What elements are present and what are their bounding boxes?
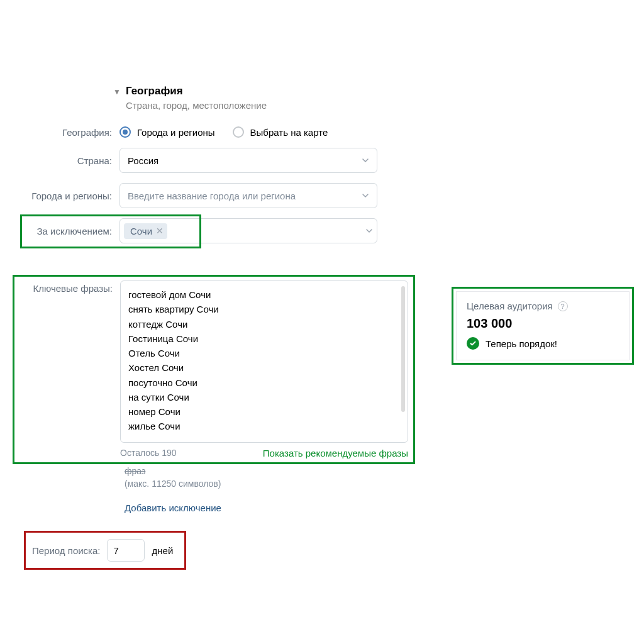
- chevron-down-icon: [362, 192, 369, 199]
- keyword-line: посуточно Сочи: [128, 375, 400, 390]
- cities-select[interactable]: Введите название города или региона: [119, 183, 377, 208]
- period-value: 7: [114, 545, 119, 556]
- label-keywords: Ключевые фразы:: [14, 277, 120, 462]
- radio-icon: [119, 126, 131, 138]
- country-select[interactable]: Россия: [119, 148, 377, 173]
- keyword-line: гостевой дом Сочи: [128, 287, 400, 302]
- audience-status-text: Теперь порядок!: [486, 338, 557, 349]
- chevron-down-icon: [362, 157, 369, 164]
- label-country: Страна:: [13, 155, 119, 166]
- keywords-max: (макс. 11250 символов): [125, 479, 221, 489]
- audience-panel: Целевая аудитория ? 103 000 Теперь поряд…: [452, 287, 634, 365]
- radio-icon: [233, 126, 244, 138]
- radio-cities-regions[interactable]: Города и регионы: [119, 126, 215, 138]
- period-unit: дней: [152, 545, 174, 556]
- check-icon: [467, 337, 479, 350]
- label-cities: Города и регионы:: [13, 191, 119, 201]
- close-icon[interactable]: ✕: [156, 226, 164, 236]
- scrollbar[interactable]: [401, 286, 405, 412]
- keyword-line: на сутки Сочи: [128, 390, 400, 404]
- add-exclusion-link[interactable]: Добавить исключение: [125, 502, 415, 513]
- keyword-line: снять квартиру Сочи: [128, 302, 400, 316]
- radio-on-map[interactable]: Выбрать на карте: [233, 126, 328, 138]
- exclude-tag[interactable]: Сочи ✕: [124, 223, 167, 239]
- exclude-tag-label: Сочи: [130, 226, 152, 236]
- show-recommended-link[interactable]: Показать рекомендуемые фразы: [263, 448, 408, 458]
- exclude-field[interactable]: Сочи ✕: [119, 218, 377, 243]
- label-period: Период поиска:: [32, 545, 101, 556]
- keywords-remaining: Осталось 190: [120, 448, 177, 458]
- audience-count: 103 000: [467, 316, 619, 331]
- keyword-line: номер Сочи: [128, 404, 400, 419]
- keyword-line: коттедж Сочи: [128, 317, 400, 331]
- keyword-line: Отель Сочи: [128, 346, 400, 360]
- radio-cities-regions-label: Города и регионы: [137, 127, 215, 138]
- help-icon[interactable]: ?: [558, 301, 568, 311]
- keywords-textarea[interactable]: гостевой дом Сочиснять квартиру Сочикотт…: [120, 280, 408, 443]
- period-input[interactable]: 7: [107, 539, 145, 562]
- cities-placeholder: Введите название города или региона: [128, 191, 296, 201]
- collapse-caret-icon[interactable]: ▼: [113, 87, 121, 96]
- keyword-line: Хостел Сочи: [128, 360, 400, 375]
- audience-title: Целевая аудитория: [467, 301, 553, 311]
- chevron-down-icon: [365, 227, 373, 235]
- label-except: За исключением:: [13, 226, 119, 236]
- section-title: География: [126, 85, 267, 97]
- label-geography: География:: [13, 127, 119, 138]
- keyword-line: жилье Сочи: [128, 419, 400, 433]
- keywords-block: Ключевые фразы: гостевой дом Сочиснять к…: [13, 275, 415, 464]
- period-row: Период поиска: 7 дней: [24, 531, 186, 570]
- section-subtitle: Страна, город, местоположение: [126, 100, 267, 111]
- radio-on-map-label: Выбрать на карте: [250, 127, 328, 138]
- keywords-struck: фраз: [125, 466, 145, 476]
- country-value: Россия: [128, 155, 158, 166]
- keyword-line: Гостиница Сочи: [128, 331, 400, 346]
